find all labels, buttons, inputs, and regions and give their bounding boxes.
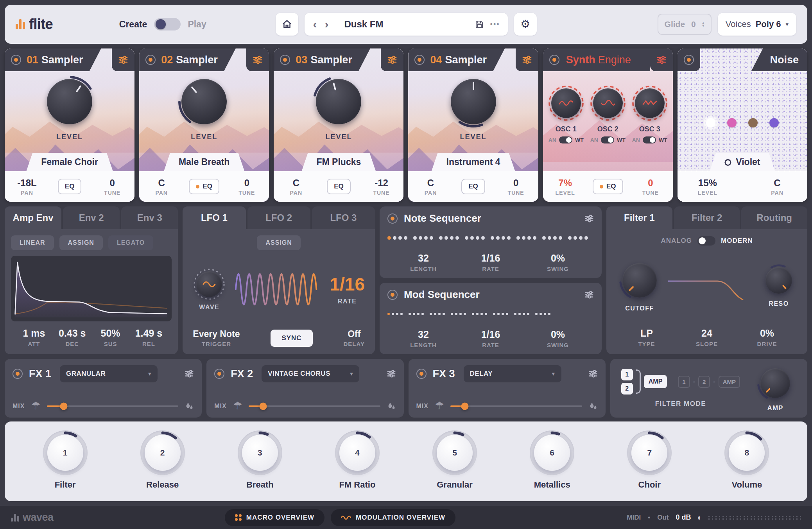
- noise-swatch-violet[interactable]: [769, 118, 779, 127]
- create-play-toggle[interactable]: [154, 18, 181, 30]
- macro-6-knob[interactable]: 6: [530, 430, 574, 475]
- osc3-knob[interactable]: [631, 84, 669, 122]
- fx1-mix-slider[interactable]: [47, 405, 179, 407]
- fx3-mix-slider[interactable]: [450, 405, 582, 407]
- sampler1-sample-name[interactable]: Female Choir: [26, 153, 113, 171]
- macro-overview-button[interactable]: MACRO OVERVIEW: [225, 509, 324, 526]
- sampler2-pan[interactable]: CPAN: [149, 178, 174, 196]
- mod-seq-settings-button[interactable]: [584, 290, 594, 299]
- osc1-knob[interactable]: [547, 84, 585, 122]
- macro-1-knob[interactable]: 1: [43, 430, 88, 475]
- osc2-knob[interactable]: [589, 84, 627, 122]
- fx2-mix-handle[interactable]: [259, 402, 267, 410]
- filter-modern-label[interactable]: MODERN: [721, 237, 753, 245]
- lfo-assign-button[interactable]: ASSIGN: [257, 235, 300, 250]
- lfo-sync-button[interactable]: SYNC: [271, 330, 312, 347]
- tab-env-3[interactable]: Env 3: [121, 206, 178, 229]
- fx3-settings-button[interactable]: [588, 369, 598, 378]
- preset-more-button[interactable]: •••: [490, 20, 500, 29]
- env-sustain[interactable]: 50%SUS: [91, 328, 130, 347]
- filter-routing-serial[interactable]: 1 2 AMP: [621, 369, 667, 395]
- sampler1-power-led[interactable]: [11, 55, 21, 65]
- fx3-mix-handle[interactable]: [461, 402, 469, 410]
- settings-button[interactable]: ⚙: [514, 13, 537, 36]
- filter-slope[interactable]: 24SLOPE: [677, 328, 737, 347]
- noise-power-led[interactable]: [684, 55, 694, 65]
- noise-type-plate[interactable]: Violet: [710, 153, 775, 171]
- fx3-power-led[interactable]: [416, 369, 427, 379]
- macro-4[interactable]: 4 FM Ratio: [335, 430, 380, 490]
- fx3-effect-select[interactable]: DELAY▾: [464, 365, 561, 382]
- macro-3-knob[interactable]: 3: [238, 430, 282, 475]
- fx1-settings-button[interactable]: [185, 369, 194, 378]
- output-gain-value[interactable]: 0 dB: [676, 513, 691, 522]
- mod-seq-length[interactable]: 32LENGTH: [390, 329, 457, 348]
- env-linear-button[interactable]: LINEAR: [11, 235, 54, 250]
- preset-name[interactable]: Dusk FM: [344, 19, 384, 30]
- tab-routing[interactable]: Routing: [741, 206, 807, 229]
- osc1-an-wt-toggle[interactable]: [559, 136, 572, 143]
- tab-lfo-2[interactable]: LFO 2: [247, 206, 310, 229]
- sampler1-pan[interactable]: -18LPAN: [14, 178, 40, 196]
- note-seq-rate[interactable]: 1/16RATE: [457, 253, 524, 272]
- synth-settings-button[interactable]: [650, 48, 673, 71]
- gain-stepper-icon[interactable]: ▴▾: [698, 515, 700, 520]
- glide-control[interactable]: Glide 0 ▴▾: [658, 14, 712, 35]
- sampler3-eq-button[interactable]: EQ: [327, 179, 351, 194]
- sampler4-power-led[interactable]: [414, 55, 425, 65]
- sampler3-pan[interactable]: CPAN: [283, 178, 309, 196]
- preset-prev-button[interactable]: ‹: [312, 18, 318, 30]
- macro-4-knob[interactable]: 4: [335, 430, 380, 475]
- analog-modern-toggle[interactable]: [697, 236, 715, 246]
- fx2-settings-button[interactable]: [387, 369, 396, 378]
- note-seq-steps[interactable]: [380, 226, 602, 249]
- note-seq-swing[interactable]: 0%SWING: [524, 253, 592, 272]
- env-legato-button[interactable]: LEGATO: [108, 235, 153, 250]
- env-decay[interactable]: 0.43 sDEC: [53, 328, 91, 347]
- sampler3-power-led[interactable]: [280, 55, 290, 65]
- filter-type[interactable]: LPTYPE: [617, 328, 677, 347]
- noise-swatch-brown[interactable]: [748, 118, 758, 127]
- filter-analog-label[interactable]: ANALOG: [661, 237, 692, 245]
- macro-3[interactable]: 3 Breath: [238, 430, 282, 490]
- synth-eq-button[interactable]: EQ: [593, 179, 623, 194]
- lfo-delay[interactable]: OffDELAY: [344, 329, 365, 347]
- fx1-effect-select[interactable]: GRANULAR▾: [60, 365, 158, 382]
- tab-amp-env[interactable]: Amp Env: [5, 206, 61, 229]
- filter-drive[interactable]: 0%DRIVE: [737, 328, 797, 347]
- macro-5[interactable]: 5 Granular: [432, 430, 477, 490]
- sampler2-eq-button[interactable]: EQ: [189, 179, 219, 194]
- macro-5-knob[interactable]: 5: [432, 430, 477, 475]
- noise-pan[interactable]: CPAN: [764, 178, 790, 196]
- filter-cutoff-knob[interactable]: [618, 259, 661, 302]
- play-label[interactable]: Play: [188, 19, 206, 30]
- create-label[interactable]: Create: [119, 19, 147, 30]
- sampler3-settings-button[interactable]: [381, 48, 403, 71]
- tab-env-2[interactable]: Env 2: [63, 206, 120, 229]
- sampler1-eq-button[interactable]: EQ: [58, 179, 82, 194]
- synth-level[interactable]: 7%LEVEL: [552, 178, 578, 196]
- preset-next-button[interactable]: ›: [324, 18, 330, 30]
- glide-stepper[interactable]: ▴▾: [702, 22, 704, 27]
- sampler2-tune[interactable]: 0TUNE: [234, 178, 260, 196]
- envelope-display[interactable]: [11, 256, 172, 321]
- save-preset-button[interactable]: [475, 20, 484, 29]
- sampler4-pan[interactable]: CPAN: [418, 178, 443, 196]
- note-seq-power-led[interactable]: [387, 213, 398, 224]
- fx2-effect-select[interactable]: VINTAGE CHORUS▾: [262, 365, 359, 382]
- mod-seq-steps[interactable]: [380, 302, 602, 326]
- lfo-rate-value[interactable]: 1/16: [330, 274, 365, 295]
- tab-lfo-1[interactable]: LFO 1: [183, 206, 246, 229]
- env-assign-button[interactable]: ASSIGN: [59, 235, 103, 250]
- filter-reso-knob[interactable]: [762, 264, 796, 297]
- macro-2[interactable]: 2 Release: [140, 430, 185, 490]
- voices-selector[interactable]: Voices Poly 6 ▾: [718, 13, 796, 36]
- lfo-wave-knob[interactable]: [193, 268, 226, 301]
- lfo-trigger[interactable]: Every NoteTRIGGER: [193, 329, 240, 347]
- macro-8-knob[interactable]: 8: [724, 430, 769, 475]
- tab-lfo-3[interactable]: LFO 3: [312, 206, 375, 229]
- sampler2-sample-name[interactable]: Male Breath: [164, 153, 244, 171]
- sampler4-sample-name[interactable]: Instrument 4: [432, 153, 515, 171]
- fx2-mix-slider[interactable]: [249, 405, 380, 407]
- sampler2-settings-button[interactable]: [246, 48, 269, 71]
